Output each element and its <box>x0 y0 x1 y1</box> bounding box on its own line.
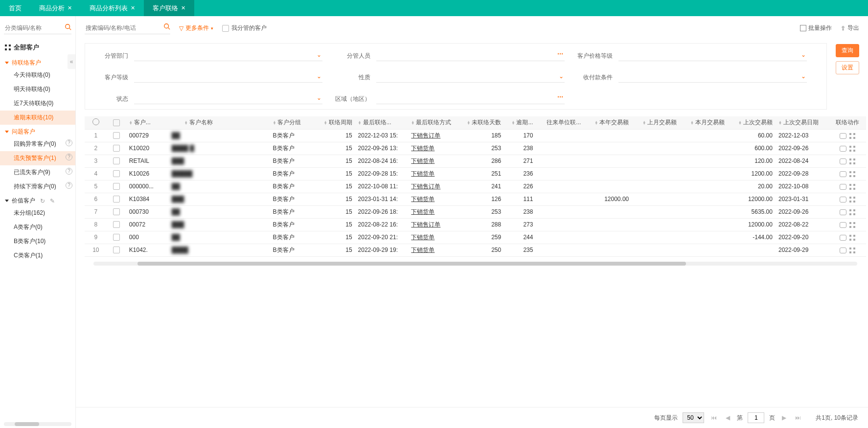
filter-level[interactable]: ⌄ <box>134 72 322 83</box>
sidebar-item-class-b[interactable]: B类客户(10) <box>0 234 75 248</box>
next-page[interactable]: ▶ <box>780 414 788 421</box>
filter-dept[interactable]: ⌄ <box>134 50 322 61</box>
row-checkbox[interactable] <box>107 180 126 193</box>
help-icon[interactable]: ? <box>66 182 72 189</box>
sidebar-item-decline[interactable]: 持续下滑客户(0)? <box>0 180 75 194</box>
sidebar-item-tomorrow[interactable]: 明天待联络(0) <box>0 82 75 96</box>
first-page[interactable]: ⏮ <box>709 414 719 421</box>
row-checkbox[interactable] <box>107 231 126 244</box>
table-row[interactable]: 10K1042.████B类客户152022-09-29 19:下销货单2502… <box>85 244 866 256</box>
table-row[interactable]: 6K10384███B类客户152023-01-31 14:下销货单126111… <box>85 193 866 205</box>
sidebar-all-customers[interactable]: 全部客户 <box>0 39 75 56</box>
horizontal-scrollbar[interactable] <box>93 262 857 266</box>
page-size-select[interactable]: 50 <box>683 412 704 423</box>
more-actions-icon[interactable] <box>849 197 855 203</box>
more-actions-icon[interactable] <box>849 222 855 228</box>
table-row[interactable]: 4K10026█████B类客户152022-09-28 15:下销货单2512… <box>85 167 866 180</box>
col-this-month[interactable]: ▲▼本月交易额 <box>680 116 728 129</box>
col-code[interactable]: ▲▼客户... <box>126 116 169 129</box>
col-last-month[interactable]: ▲▼上月交易额 <box>632 116 680 129</box>
col-group[interactable]: ▲▼客户分组 <box>270 116 313 129</box>
row-checkbox[interactable] <box>107 142 126 155</box>
my-customers-checkbox[interactable]: 我分管的客户 <box>222 24 267 32</box>
chat-icon[interactable] <box>840 133 846 139</box>
cell-last-way[interactable]: 下销货单 <box>408 155 461 167</box>
col-last-time[interactable]: ▲▼最后联络... <box>355 116 409 129</box>
refresh-icon[interactable]: ↻ <box>40 198 45 204</box>
table-row[interactable]: 1000729██B类客户152022-12-03 15:下销售订单185170… <box>85 129 866 142</box>
chat-icon[interactable] <box>840 222 846 228</box>
cell-last-way[interactable]: 下销售订单 <box>408 129 461 142</box>
sidebar-item-overdue[interactable]: 逾期未联络(10) <box>0 111 75 125</box>
col-unit[interactable]: 往来单位联... <box>536 116 584 129</box>
more-actions-icon[interactable] <box>849 158 855 164</box>
close-icon[interactable]: ✕ <box>68 5 72 11</box>
query-button[interactable]: 查询 <box>836 44 859 57</box>
search-icon[interactable] <box>163 23 170 31</box>
tab-product-analysis[interactable]: 商品分析✕ <box>30 0 81 16</box>
table-row[interactable]: 3RETAIL███B类客户152022-08-24 16:下销货单286271… <box>85 155 866 167</box>
col-nodays[interactable]: ▲▼未联络天数 <box>461 116 504 129</box>
chat-icon[interactable] <box>840 158 846 164</box>
sidebar-item-churned[interactable]: 已流失客户(9)? <box>0 165 75 180</box>
row-checkbox[interactable] <box>107 205 126 218</box>
filter-status[interactable]: ⌄ <box>134 93 322 104</box>
col-last-amt[interactable]: ▲▼上次交易额 <box>728 116 776 129</box>
last-page[interactable]: ⏭ <box>793 414 803 421</box>
filter-region[interactable]: ⋯ <box>376 93 565 104</box>
sidebar-item-class-c[interactable]: C类客户(1) <box>0 248 75 263</box>
cell-last-way[interactable]: 下销售订单 <box>408 218 461 231</box>
help-icon[interactable]: ? <box>66 168 72 175</box>
col-cycle[interactable]: ▲▼联络周期 <box>313 116 355 129</box>
filter-payment[interactable]: ⌄ <box>618 72 807 83</box>
batch-action[interactable]: 批量操作 <box>800 24 832 32</box>
sidebar-item-repurchase[interactable]: 回购异常客户(0)? <box>0 137 75 151</box>
table-row[interactable]: 9000██B类客户152022-09-20 21:下销货单259244-144… <box>85 231 866 244</box>
sidebar-group-value[interactable]: 价值客户↻✎ <box>0 194 75 206</box>
more-actions-icon[interactable] <box>849 171 855 177</box>
tab-product-list[interactable]: 商品分析列表✕ <box>81 0 144 16</box>
col-year[interactable]: ▲▼本年交易额 <box>584 116 632 129</box>
cell-last-way[interactable]: 下销货单 <box>408 193 461 205</box>
close-icon[interactable]: ✕ <box>181 5 185 11</box>
help-icon[interactable]: ? <box>66 139 72 146</box>
cell-last-way[interactable]: 下销货单 <box>408 231 461 244</box>
row-checkbox[interactable] <box>107 129 126 142</box>
chat-icon[interactable] <box>840 146 846 152</box>
export-action[interactable]: ⇪导出 <box>841 24 859 32</box>
col-overdue[interactable]: ▲▼逾期... <box>504 116 536 129</box>
edit-icon[interactable]: ✎ <box>50 198 55 204</box>
search-icon[interactable] <box>65 23 71 32</box>
sidebar-item-today[interactable]: 今天待联络(0) <box>0 68 75 82</box>
sidebar-group-problem[interactable]: 问题客户 <box>0 125 75 137</box>
more-actions-icon[interactable] <box>849 248 855 253</box>
sidebar-item-ungrouped[interactable]: 未分组(162) <box>0 206 75 220</box>
row-checkbox[interactable] <box>107 167 126 180</box>
page-input[interactable] <box>748 412 764 423</box>
more-actions-icon[interactable] <box>849 146 855 152</box>
chat-icon[interactable] <box>840 197 846 203</box>
more-actions-icon[interactable] <box>849 209 855 215</box>
chat-icon[interactable] <box>840 184 846 190</box>
filter-person[interactable]: ⋯ <box>376 50 565 61</box>
tab-customer-contact[interactable]: 客户联络✕ <box>144 0 194 16</box>
filter-nature[interactable]: ⌄ <box>376 72 565 83</box>
table-row[interactable]: 2K10020████ █B类客户152022-09-26 13:下销货单253… <box>85 142 866 155</box>
cell-last-way[interactable]: 下销货单 <box>408 167 461 180</box>
more-actions-icon[interactable] <box>849 133 855 139</box>
sidebar-item-class-a[interactable]: A类客户(0) <box>0 220 75 234</box>
more-conditions[interactable]: ▽ 更多条件 ▾ <box>179 24 213 32</box>
cell-last-way[interactable]: 下销售订单 <box>408 180 461 193</box>
filter-price-level[interactable]: ⌄ <box>618 50 807 61</box>
chat-icon[interactable] <box>840 248 846 253</box>
help-icon[interactable]: ? <box>66 154 72 160</box>
cell-last-way[interactable]: 下销货单 <box>408 142 461 155</box>
more-actions-icon[interactable] <box>849 235 855 241</box>
main-search-input[interactable] <box>85 22 170 34</box>
sidebar-collapse[interactable]: « <box>68 54 75 69</box>
tab-home[interactable]: 首页 <box>0 0 30 16</box>
table-row[interactable]: 5000000...██B类客户152022-10-08 11:下销售订单241… <box>85 180 866 193</box>
row-checkbox[interactable] <box>107 193 126 205</box>
table-row[interactable]: 7000730██B类客户152022-09-26 18:下销货单2532385… <box>85 205 866 218</box>
cell-last-way[interactable]: 下销货单 <box>408 205 461 218</box>
